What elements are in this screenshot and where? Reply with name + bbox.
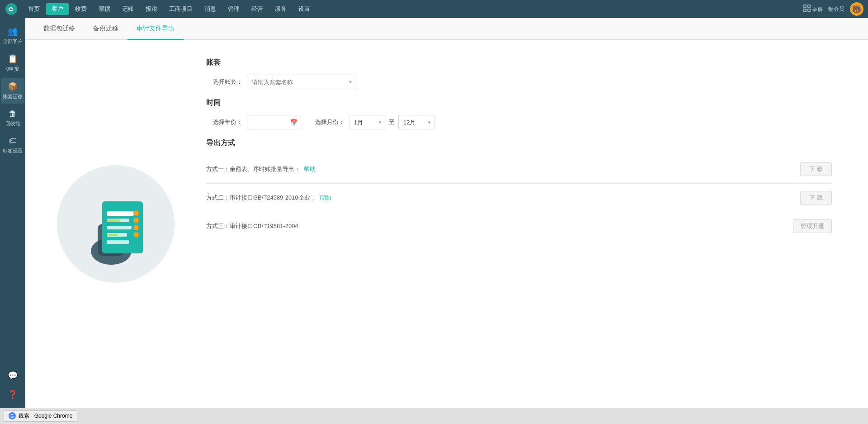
svg-rect-9 (107, 211, 134, 216)
export-section-title: 导出方式 (206, 138, 832, 148)
month-from-select[interactable]: 1月 2月3月4月 5月6月7月 8月9月10月 11月12月 (349, 115, 385, 129)
app-logo: ✿ (5, 2, 18, 16)
sidebar-bottom: 💬 ❓ (1, 367, 24, 408)
method3-coming-soon-btn[interactable]: 暂缓开通 (793, 219, 832, 233)
svg-rect-5 (808, 9, 810, 11)
svg-rect-19 (107, 234, 118, 236)
sidebar-label-zero-declare: 0申报 (6, 66, 19, 72)
form-area: 账套 选择账套： ▾ 时间 选择年份： 2023 📅 选择月份 (188, 53, 850, 394)
method2-download-btn[interactable]: 下 载 (800, 191, 832, 205)
svg-point-17 (133, 232, 139, 238)
membership-btn[interactable]: 畅会员 (828, 5, 844, 13)
sidebar: 👥 全部客户 📋 0申报 📦 账套迁移 🗑 回收站 🏷 标签设置 💬 ❓ (0, 18, 25, 408)
to-separator: 至 (389, 118, 395, 126)
method2-help-link[interactable]: 帮助 (319, 194, 331, 201)
account-row: 选择账套： ▾ (206, 75, 832, 89)
tab-backup-migrate[interactable]: 备份迁移 (84, 18, 127, 40)
sidebar-label-all-customers: 全部客户 (3, 38, 23, 45)
sidebar-item-recycle[interactable]: 🗑 回收站 (1, 105, 24, 131)
account-section-title: 账套 (206, 58, 832, 67)
svg-point-14 (133, 210, 139, 216)
sidebar-item-label-settings[interactable]: 🏷 标签设置 (1, 133, 24, 158)
account-input[interactable] (247, 75, 355, 89)
user-avatar[interactable]: 🐻 (850, 2, 863, 16)
svg-rect-18 (107, 219, 120, 222)
label-icon: 🏷 (9, 136, 17, 146)
method1-help-link[interactable]: 帮助 (304, 166, 316, 172)
nav-accounting[interactable]: 记账 (117, 3, 139, 15)
svg-point-15 (133, 218, 139, 223)
svg-rect-13 (107, 240, 129, 244)
nav-customer[interactable]: 客户 (46, 3, 69, 15)
main-layout: 👥 全部客户 📋 0申报 📦 账套迁移 🗑 回收站 🏷 标签设置 💬 ❓ (0, 18, 868, 408)
svg-rect-3 (808, 5, 810, 7)
tab-data-package[interactable]: 数据包迁移 (34, 18, 84, 40)
nav-settings[interactable]: 设置 (293, 3, 316, 15)
sidebar-item-chat[interactable]: 💬 (1, 367, 24, 384)
month-from-wrapper: 1月 2月3月4月 5月6月7月 8月9月10月 11月12月 (349, 115, 385, 129)
time-row: 选择年份： 2023 📅 选择月份： 1月 2月3月4月 5月6月7月 8月9月… (206, 115, 832, 129)
nav-message[interactable]: 消息 (199, 3, 222, 15)
sidebar-item-help[interactable]: ❓ (1, 386, 24, 403)
method1-download-btn[interactable]: 下 载 (800, 162, 832, 176)
fullscreen-label: 全屏 (812, 7, 823, 13)
nav-manage[interactable]: 管理 (222, 3, 245, 15)
tab-audit-export[interactable]: 审计文件导出 (127, 18, 184, 40)
nav-business[interactable]: 工商项目 (164, 3, 198, 15)
calendar-icon: 📅 (290, 119, 297, 126)
sidebar-item-account-migrate[interactable]: 📦 账套迁移 (1, 78, 24, 104)
nav-tax[interactable]: 报税 (140, 3, 163, 15)
nav-home[interactable]: 首页 (23, 3, 45, 15)
time-section-title: 时间 (206, 98, 832, 108)
account-input-wrapper: ▾ (247, 75, 355, 89)
top-nav-items: 首页 客户 收费 票据 记账 报税 工商项目 消息 管理 经营 服务 设置 (23, 3, 803, 15)
nav-operation[interactable]: 经营 (246, 3, 269, 15)
sidebar-label-account-migrate: 账套迁移 (3, 93, 23, 100)
svg-text:✿: ✿ (8, 5, 14, 13)
method2-text: 方式二：审计接口GB/T24589-2010企业： 帮助 (206, 194, 331, 202)
tabs-bar: 数据包迁移 备份迁移 审计文件导出 (25, 18, 868, 40)
method3-text: 方式三：审计接口GB/T19581-2004 (206, 222, 298, 230)
svg-rect-11 (107, 226, 132, 229)
account-label: 选择账套： (206, 78, 242, 86)
nav-service[interactable]: 服务 (269, 3, 292, 15)
taskbar: G 线索 - Google Chrome (0, 408, 868, 424)
content-area: 数据包迁移 备份迁移 审计文件导出 (25, 18, 868, 408)
top-nav: ✿ 首页 客户 收费 票据 记账 报税 工商项目 消息 管理 经营 服务 设置 … (0, 0, 868, 18)
sidebar-label-recycle: 回收站 (5, 120, 20, 127)
fullscreen-btn[interactable]: 全屏 (803, 5, 823, 14)
method1-text: 方式一：余额表、序时账批量导出： 帮助 (206, 165, 316, 173)
month-label: 选择月份： (308, 118, 344, 126)
sidebar-item-all-customers[interactable]: 👥 全部客户 (1, 23, 24, 48)
export-method-3: 方式三：审计接口GB/T19581-2004 暂缓开通 (206, 212, 832, 240)
svg-rect-4 (804, 9, 806, 11)
recycle-icon: 🗑 (9, 109, 17, 119)
nav-billing[interactable]: 收费 (70, 3, 92, 15)
declare-icon: 📋 (8, 54, 18, 64)
taskbar-item-label: 线索 - Google Chrome (19, 412, 72, 420)
sidebar-label-label-settings: 标签设置 (3, 148, 23, 154)
customers-icon: 👥 (8, 26, 18, 36)
month-to-wrapper: 1月2月3月4月 5月6月7月 8月9月10月 11月12月 (398, 115, 434, 129)
nav-invoice[interactable]: 票据 (93, 3, 116, 15)
help-icon: ❓ (8, 390, 18, 400)
page-content: 账套 选择账套： ▾ 时间 选择年份： 2023 📅 选择月份 (25, 40, 868, 408)
top-nav-right: 全屏 畅会员 🐻 (803, 2, 863, 16)
membership-label: 畅会员 (828, 6, 844, 12)
year-input-wrapper: 2023 📅 (247, 115, 301, 129)
svg-rect-2 (804, 5, 806, 7)
migrate-icon: 📦 (8, 81, 18, 91)
month-to-select[interactable]: 1月2月3月4月 5月6月7月 8月9月10月 11月12月 (398, 115, 434, 129)
chat-icon: 💬 (8, 371, 18, 381)
taskbar-chrome-item[interactable]: G 线索 - Google Chrome (4, 410, 77, 422)
year-label: 选择年份： (206, 118, 242, 126)
export-method-2: 方式二：审计接口GB/T24589-2010企业： 帮助 下 载 (206, 184, 832, 212)
illustration-area (43, 53, 188, 394)
chrome-icon: G (9, 412, 16, 419)
sidebar-item-zero-declare[interactable]: 📋 0申报 (1, 50, 24, 76)
svg-point-16 (133, 225, 139, 230)
illustration-circle (57, 165, 175, 283)
export-method-1: 方式一：余额表、序时账批量导出： 帮助 下 载 (206, 155, 832, 184)
